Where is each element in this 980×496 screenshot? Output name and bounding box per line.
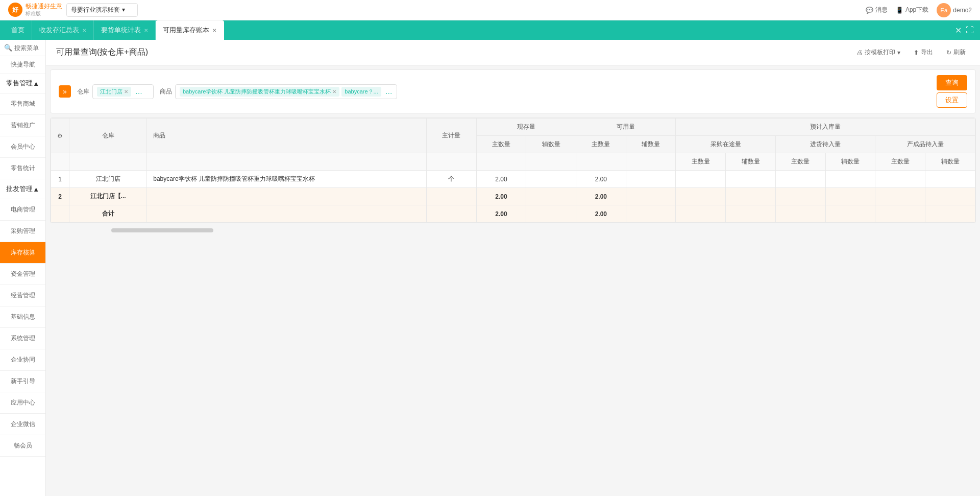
marketing-label: 营销推广	[11, 122, 35, 129]
newbie-label: 新手引导	[11, 377, 35, 385]
refresh-btn[interactable]: ↻ 刷新	[942, 46, 970, 59]
cell-inb-aux-1	[825, 171, 875, 188]
settings-btn[interactable]: 设置	[937, 92, 967, 108]
sidebar-item-retail[interactable]: 零售管理 ▲	[0, 74, 45, 93]
operation-label: 经营管理	[11, 292, 35, 299]
th-unit: 主计量	[426, 119, 476, 153]
member-label: 会员中心	[11, 143, 35, 150]
tab-collect[interactable]: 收发存汇总表 ✕	[32, 20, 94, 40]
search-icon: 🔍	[4, 44, 12, 52]
tab-collect-close[interactable]: ✕	[82, 28, 86, 33]
table-row: 2 江北门店【... 2.00 2.00	[51, 188, 975, 205]
app-download-btn[interactable]: 📱 App下载	[896, 6, 928, 14]
table-row: 1 江北门店 babycare学饮杯 儿童防摔防撞吸管杯重力球吸嘴杯宝宝水杯 个…	[51, 171, 975, 188]
print-chevron-icon: ▾	[897, 49, 900, 56]
cell-avail-main-2: 2.00	[576, 188, 626, 205]
th-inb-aux: 辅数量	[825, 153, 875, 171]
cell-inb-main-1	[775, 171, 825, 188]
top-bar-right: 💬 消息 📱 App下载 Ea demo2	[866, 3, 972, 17]
close-all-icon[interactable]: ✕	[955, 26, 962, 35]
cell-product-2	[147, 188, 427, 205]
retail-chevron-icon: ▲	[33, 80, 39, 87]
th-available-main: 主数量	[576, 136, 626, 153]
total-empty2	[147, 205, 427, 223]
sidebar-item-retail-mall[interactable]: 零售商城	[0, 93, 45, 115]
main-layout: 🔍 快捷导航 零售管理 ▲ 零售商城 营销推广 会员中心 零售统计 批发管理 ▲…	[0, 40, 980, 496]
cell-prod-aux-1	[925, 171, 975, 188]
export-btn[interactable]: ⬆ 导出	[910, 46, 937, 59]
cell-avail-main-1: 2.00	[576, 171, 626, 188]
tab-collect-label: 收发存汇总表	[39, 26, 79, 35]
download-icon: 📱	[896, 7, 903, 14]
print-btn[interactable]: 🖨 按模板打印 ▾	[852, 46, 904, 59]
data-table: ⚙ 仓库 商品 主计量 现存量 可用量 预计入库量 主数量 辅数量 主数量 辅数…	[51, 118, 975, 223]
top-bar: 好 畅捷通好生意 标准版 母婴行业演示账套 ▾ 💬 消息 📱 App下载 Ea …	[0, 0, 980, 20]
user-area[interactable]: Ea demo2	[937, 3, 972, 17]
product-filter: 商品 babycare学饮杯 儿童防摔防撞吸管杯重力球吸嘴杯宝宝水杯 ✕ bab…	[160, 84, 397, 99]
message-btn[interactable]: 💬 消息	[866, 6, 888, 14]
warehouse-tag-value: 江北门店	[100, 88, 122, 96]
sidebar-item-purchase[interactable]: 采购管理	[0, 221, 45, 242]
sidebar-item-inventory[interactable]: 库存核算	[0, 242, 45, 264]
sidebar-item-operation[interactable]: 经营管理	[0, 285, 45, 306]
filter-expand-btn[interactable]: »	[59, 85, 71, 98]
total-inb-main	[775, 205, 825, 223]
sidebar-item-quick-nav[interactable]: 快捷导航	[0, 56, 45, 74]
product1-remove-icon[interactable]: ✕	[332, 89, 336, 95]
total-prod-main	[875, 205, 925, 223]
th-settings[interactable]: ⚙	[51, 119, 69, 153]
scrollbar-thumb[interactable]	[111, 228, 213, 232]
product-dots[interactable]: …	[385, 87, 393, 96]
sidebar-item-appstore[interactable]: 应用中心	[0, 392, 45, 414]
sidebar-item-wholesale[interactable]: 批发管理 ▲	[0, 179, 45, 199]
wechat-label: 企业微信	[11, 420, 35, 428]
product-input[interactable]: babycare学饮杯 儿童防摔防撞吸管杯重力球吸嘴杯宝宝水杯 ✕ babyca…	[175, 84, 397, 99]
sidebar-item-wechat[interactable]: 企业微信	[0, 414, 45, 435]
warehouse-dots[interactable]: …	[135, 87, 142, 96]
sidebar-item-member[interactable]: 会员中心	[0, 136, 45, 158]
cell-pur-main-2	[676, 188, 726, 205]
th-available: 可用量	[576, 119, 675, 136]
query-btn[interactable]: 查询	[937, 75, 967, 90]
sidebar-item-member2[interactable]: 畅会员	[0, 435, 45, 457]
tab-available-close[interactable]: ✕	[212, 28, 216, 33]
total-available-main: 2.00	[576, 205, 626, 223]
cell-seq-2: 2	[51, 188, 69, 205]
sidebar-item-retail-stat[interactable]: 零售统计	[0, 158, 45, 179]
chevron-down-icon: ▾	[122, 6, 125, 13]
total-available-aux	[626, 205, 676, 223]
product-tag1-value: babycare学饮杯 儿童防摔防撞吸管杯重力球吸嘴杯宝宝水杯	[183, 88, 331, 96]
cell-unit-2	[426, 188, 476, 205]
sidebar-item-basic[interactable]: 基础信息	[0, 306, 45, 328]
product-label: 商品	[160, 87, 172, 96]
warehouse-input[interactable]: 江北门店 ✕ …	[92, 84, 154, 99]
tenant-name: 母婴行业演示账套	[71, 6, 120, 14]
basic-label: 基础信息	[11, 313, 35, 320]
fullscreen-icon[interactable]: ⛶	[966, 26, 974, 35]
settings-icon: ⚙	[57, 132, 63, 139]
logo-text-block: 畅捷通好生意 标准版	[26, 3, 62, 17]
nav-tabs-right: ✕ ⛶	[949, 26, 980, 35]
th-cur-main-empty	[476, 153, 526, 171]
tab-available[interactable]: 可用量库存账本 ✕	[156, 20, 224, 40]
sidebar-item-newbie[interactable]: 新手引导	[0, 371, 45, 392]
tab-home[interactable]: 首页	[4, 20, 32, 40]
cell-seq-1: 1	[51, 171, 69, 188]
tenant-selector[interactable]: 母婴行业演示账套 ▾	[66, 3, 138, 17]
sidebar-item-system[interactable]: 系统管理	[0, 328, 45, 349]
sidebar-item-enterprise[interactable]: 企业协同	[0, 349, 45, 371]
cell-cur-aux-1	[526, 171, 576, 188]
search-input[interactable]	[14, 44, 41, 52]
sidebar-item-marketing[interactable]: 营销推广	[0, 115, 45, 136]
th-warehouse: 仓库	[69, 119, 147, 153]
total-inb-aux	[825, 205, 875, 223]
filter-action-btns: 查询 设置	[937, 75, 967, 108]
tab-order-stat-close[interactable]: ✕	[144, 28, 148, 33]
cell-product-1: babycare学饮杯 儿童防摔防撞吸管杯重力球吸嘴杯宝宝水杯	[147, 171, 427, 188]
tab-order-stat[interactable]: 要货单统计表 ✕	[94, 20, 156, 40]
warehouse-remove-icon[interactable]: ✕	[124, 89, 128, 95]
sidebar-item-finance[interactable]: 资金管理	[0, 264, 45, 285]
scrollbar-area	[50, 227, 976, 233]
sidebar-item-ecommerce[interactable]: 电商管理	[0, 199, 45, 221]
system-label: 系统管理	[11, 335, 35, 342]
